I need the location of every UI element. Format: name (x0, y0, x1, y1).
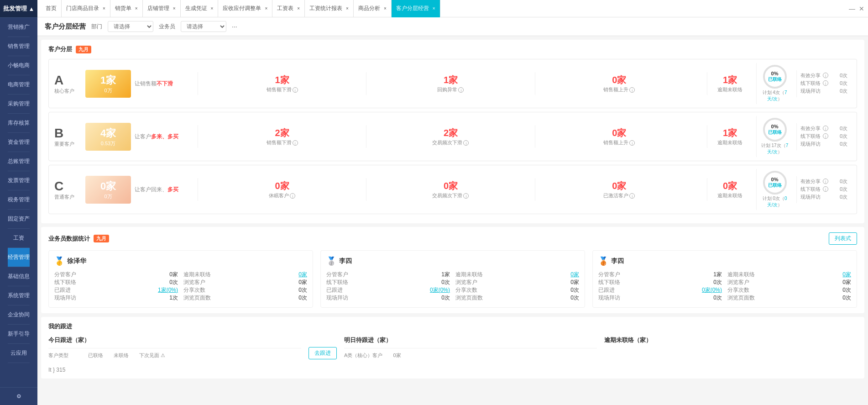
overdue-contact-title: 逾期未联络（家） (604, 336, 857, 344)
agent-stat-1-2: 已跟进 0家(0%) (326, 286, 450, 294)
sidebar-item-dianshang[interactable]: 电商管理 (8, 75, 30, 95)
sidebar-item-caigou[interactable]: 采购管理 (8, 95, 30, 114)
info-icon[interactable]: i (629, 87, 635, 93)
info-icon[interactable]: i (293, 87, 298, 93)
tab-close-products[interactable]: × (103, 6, 105, 11)
tab-shop[interactable]: 店铺管理× (143, 0, 181, 17)
tier-metric-1-2[interactable]: 0家 销售额上升 i (535, 125, 703, 148)
tier-circle-c: 0% 已联络 计划 0次（0天/次） (756, 169, 793, 210)
right-stat-线下联络: 线下联络 i 0次 (800, 186, 847, 193)
minimize-icon[interactable]: — (849, 5, 855, 12)
tier-label-a: A 核心客户 (54, 73, 82, 95)
tab-customer_tier[interactable]: 客户分层经营× (392, 0, 440, 17)
info-icon[interactable]: i (463, 193, 469, 199)
window-controls[interactable]: — ✕ (849, 5, 864, 12)
more-filters-icon[interactable]: ··· (232, 23, 237, 30)
tier-slogan-b: 让客户多来、多买 (135, 133, 194, 141)
main-area: 首页门店商品目录×销货单×店铺管理×生成凭证×应收应付调整单×工资表×工资统计报… (37, 0, 868, 405)
tab-receivable[interactable]: 应收应付调整单× (218, 0, 272, 17)
info-icon[interactable]: i (629, 140, 635, 146)
page-header: 客户分层经营 部门 请选择 业务员 请选择 ··· (37, 17, 868, 36)
tab-close-sales[interactable]: × (135, 6, 138, 11)
info-icon[interactable]: i (290, 193, 295, 199)
sidebar-item-xitong[interactable]: 系统管理 (8, 286, 30, 305)
tab-close-payroll_report[interactable]: × (346, 6, 349, 11)
sidebar-item-zonzhang[interactable]: 总账管理 (8, 152, 30, 171)
list-view-button[interactable]: 列表式 (829, 232, 857, 245)
agent-stat-1-3: 现场拜访 0次 (326, 294, 450, 302)
tier-plan-a: 计划 4次（7天/次） (760, 89, 789, 102)
sidebar-item-fapiao[interactable]: 发票管理 (8, 171, 30, 190)
agent-stat-1-4: 逾期未联络 0家 (455, 271, 579, 279)
tab-voucher[interactable]: 生成凭证× (181, 0, 219, 17)
sidebar-item-gongzi[interactable]: 工资 (8, 229, 30, 248)
agent-col2-1: 逾期未联络 0家 浏览客户 0家 分享次数 0次 浏览页面数 0次 (455, 271, 579, 302)
sidebar-item-xiaodian[interactable]: 小畅电商 (8, 56, 30, 75)
sidebar: 批发管理 ▲ 营销推广销售管理小畅电商电商管理采购管理库存核算资金管理总账管理发… (0, 0, 37, 405)
tab-products[interactable]: 门店商品目录× (62, 0, 110, 17)
today-follow-subtitle: 客户类型 已联络 未联络 下次见面 ⚠ (48, 348, 301, 359)
close-icon[interactable]: ✕ (859, 5, 864, 12)
sidebar-item-yingxiao[interactable]: 营销推广 (8, 18, 30, 37)
tab-sales[interactable]: 销货单× (110, 0, 143, 17)
tab-close-payroll[interactable]: × (297, 6, 300, 11)
agent-header-2: 🥉 李四 (598, 256, 851, 266)
tier-metric-2-2[interactable]: 0家 已激活客户 i (535, 178, 703, 201)
tomorrow-subtitle: A类（核心）客户 0家 (344, 348, 597, 359)
dept-select[interactable]: 请选择 (108, 21, 153, 32)
tab-close-goods_analysis[interactable]: × (384, 6, 387, 11)
sidebar-item-xiaoshou[interactable]: 销售管理 (8, 37, 30, 56)
info-icon[interactable]: i (629, 193, 635, 199)
info-icon[interactable]: i (463, 140, 469, 146)
tier-right-stats-c: 有效分享 i 0次 线下联络 i 0次 现场拜访 0次 (796, 176, 851, 203)
sidebar-item-guding[interactable]: 固定资产 (8, 210, 30, 229)
sidebar-brand[interactable]: 批发管理 ▲ (0, 0, 37, 18)
agent-select[interactable]: 请选择 (181, 21, 226, 32)
tab-bar: 首页门店商品目录×销货单×店铺管理×生成凭证×应收应付调整单×工资表×工资统计报… (37, 0, 868, 17)
tab-close-voucher[interactable]: × (211, 6, 214, 11)
agent-stat-0-2: 已跟进 1家(0%) (54, 286, 178, 294)
sidebar-gear-item[interactable]: ⚙ (0, 387, 37, 405)
tier-overdue-a[interactable]: 1家 逾期未联络 (707, 72, 753, 95)
tier-metric-0-0[interactable]: 1家 销售额下滑 i (198, 72, 366, 95)
agent-stat-1-7: 浏览页面数 0次 (455, 294, 579, 302)
sidebar-item-jichu[interactable]: 基础信息 (8, 267, 30, 286)
info-icon[interactable]: i (293, 140, 298, 146)
sidebar-item-qiye[interactable]: 企业协同 (8, 305, 30, 325)
sidebar-item-kucun[interactable]: 库存核算 (8, 114, 30, 133)
agent-name-2: 李四 (611, 257, 624, 265)
tier-count-box-a[interactable]: 1家 0万 (85, 70, 131, 98)
bottom-label: It } 315 (48, 367, 857, 373)
sidebar-item-jingying[interactable]: 经营管理 (8, 248, 30, 267)
tier-metric-2-1[interactable]: 0家 交易频次下滑 i (366, 178, 534, 201)
tier-metric-0-2[interactable]: 0家 销售额上升 i (535, 72, 703, 95)
today-follow-box: 今日跟进（家） 客户类型 已联络 未联络 下次见面 ⚠ (48, 336, 301, 359)
sidebar-item-shuiwu[interactable]: 税务管理 (8, 190, 30, 210)
agent-stat-2-6: 分享次数 0次 (727, 286, 851, 294)
sidebar-item-yun[interactable]: 云应用 (8, 344, 30, 363)
tier-row-b: B 重要客户 4家 0.53万 让客户多来、多买 2家 销售额下滑 i 2家 (48, 112, 857, 161)
agent-header-1: 🥈 李四 (326, 256, 579, 266)
tab-goods_analysis[interactable]: 商品分析× (354, 0, 392, 17)
tier-overdue-c[interactable]: 0家 逾期未联络 (707, 178, 753, 201)
tier-metric-2-0[interactable]: 0家 休眠客户 i (198, 178, 366, 201)
tier-metric-1-0[interactable]: 2家 销售额下滑 i (198, 125, 366, 148)
tab-payroll[interactable]: 工资表× (272, 0, 305, 17)
goto-follow-button[interactable]: 去跟进 (309, 347, 337, 359)
sidebar-item-xinshou[interactable]: 新手引导 (8, 325, 30, 344)
tier-overdue-b[interactable]: 1家 逾期未联络 (707, 125, 753, 148)
tier-count-box-c[interactable]: 0家 0万 (85, 176, 131, 204)
tier-metric-1-1[interactable]: 2家 交易频次下滑 i (366, 125, 534, 148)
tab-home[interactable]: 首页 (41, 0, 62, 17)
dept-label: 部门 (91, 23, 102, 31)
tab-close-receivable[interactable]: × (265, 6, 267, 11)
tab-payroll_report[interactable]: 工资统计报表× (305, 0, 354, 17)
sidebar-item-zijin[interactable]: 资金管理 (8, 133, 30, 152)
tab-close-shop[interactable]: × (173, 6, 176, 11)
info-icon[interactable]: i (458, 87, 464, 93)
customer-tier-section: 客户分层 九月 A 核心客户 1家 0万 让销售额不下滑 1家 销售额下滑 i (41, 40, 864, 223)
tier-count-box-b[interactable]: 4家 0.53万 (85, 123, 131, 151)
agent-stat-0-5: 浏览客户 0家 (183, 279, 307, 286)
tier-metric-0-1[interactable]: 1家 回购异常 i (366, 72, 534, 95)
tab-close-customer_tier[interactable]: × (433, 6, 435, 11)
